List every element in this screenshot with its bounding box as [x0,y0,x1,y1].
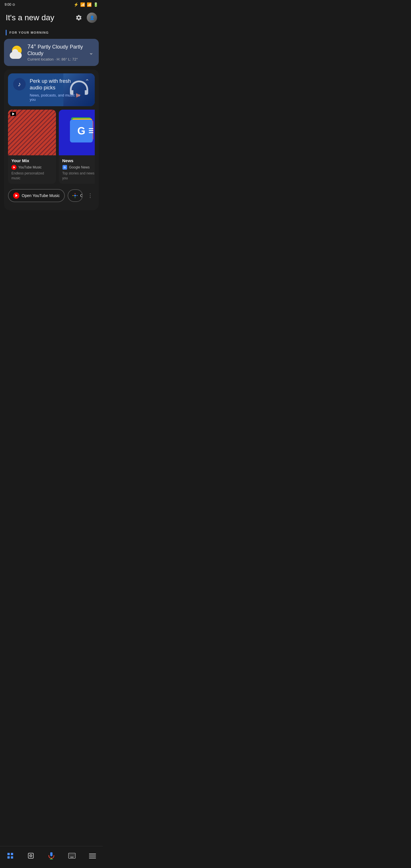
audio-card[interactable]: ♪ Perk up with fresh audio picks News, p… [8,73,95,106]
gnews-g-letter: G [77,125,85,137]
avatar[interactable]: 👤 [87,12,97,23]
open-google-news-button[interactable]: Open Go [68,189,83,202]
more-icon: ⋮ [88,192,93,199]
your-mix-body: Your Mix YouTube Music Endless personali… [8,155,56,184]
your-mix-title: Your Mix [11,158,53,163]
audio-media-container: ♪ Perk up with fresh audio picks News, p… [4,69,99,210]
news-source-name: Google News [69,165,90,169]
section-bar-accent [6,30,6,35]
signal-icon: 📶 [87,2,92,7]
svg-point-1 [74,195,76,196]
svg-rect-3 [75,197,75,198]
news-body: News G Google News Top stories and news … [59,155,95,184]
open-youtube-music-button[interactable]: Open YouTube Music [8,189,65,202]
audio-subtitle: News, podcasts, and music for you [30,93,81,102]
header-icons: 👤 [74,12,97,23]
yt-badge [10,112,16,116]
youtube-music-button-icon [13,192,20,199]
your-mix-card[interactable]: Your Mix YouTube Music Endless personali… [8,110,56,184]
audio-title: Perk up with fresh audio picks [30,78,81,91]
your-mix-source: YouTube Music [11,165,53,170]
weather-temperature: 74° Partly Cloudy Partly Cloudy [27,43,85,57]
screen-record-icon: ⊙ [12,3,15,6]
wifi-icon: 📶 [80,2,85,7]
google-news-artwork: G [59,110,95,155]
gnews-line-3 [89,132,93,133]
weather-card[interactable]: 74° Partly Cloudy Partly Cloudy Current … [4,39,99,66]
bluetooth-icon: ⚡ [74,2,78,7]
section-label: FOR YOUR MORNING [0,29,103,39]
news-source: G Google News [62,165,95,170]
avatar-inner: 👤 [87,12,97,23]
google-news-source-icon: G [62,165,67,170]
youtube-play-triangle [15,194,18,197]
cloud-icon [10,52,22,59]
audio-icon-circle: ♪ [13,78,26,91]
battery-icon: 🔋 [93,2,98,7]
section-label-text: FOR YOUR MORNING [9,31,49,34]
gnews-line-2 [89,130,93,131]
page-title: It's a new day [6,13,54,22]
youtube-music-icon [11,165,17,170]
gnews-lines [89,128,93,133]
gear-icon [75,14,82,21]
google-podcasts-icon [72,193,78,198]
gnews-g-circle: G [70,120,93,143]
action-buttons: Open YouTube Music Open Go ⋮ [8,188,95,206]
svg-rect-5 [76,195,77,196]
yt-play-icon [12,113,14,115]
weather-info: 74° Partly Cloudy Partly Cloudy Current … [27,43,85,61]
more-options-button[interactable]: ⋮ [86,191,95,200]
your-mix-artwork [8,110,56,155]
media-cards-row: Your Mix YouTube Music Endless personali… [8,110,95,184]
status-left: 9:00 ⊙ [5,3,15,6]
news-description: Top stories and news for you [62,171,95,181]
gnews-line-1 [89,128,93,129]
svg-rect-2 [75,193,75,194]
music-note-icon: ♪ [18,81,21,88]
news-thumbnail: G [59,110,95,155]
open-google-news-label: Open Go [80,193,83,198]
svg-rect-4 [72,195,74,196]
main-content: 74° Partly Cloudy Partly Cloudy Current … [0,39,103,210]
open-youtube-music-label: Open YouTube Music [22,193,60,198]
weather-icon [9,45,24,60]
news-card[interactable]: G News [59,110,95,184]
status-time: 9:00 [5,3,11,6]
settings-button[interactable] [74,13,83,22]
header: It's a new day 👤 [0,8,103,29]
your-mix-description: Endless personalized music [11,171,53,181]
audio-text: Perk up with fresh audio picks News, pod… [30,78,81,102]
chevron-up-icon: ⌃ [85,78,90,85]
google-news-logo: G [70,120,95,145]
news-title: News [62,158,95,163]
status-bar: 9:00 ⊙ ⚡ 📶 📶 🔋 [0,0,103,8]
weather-subtitle: Current location · H: 86° L: 72° [27,57,85,61]
chevron-down-icon: ⌄ [89,49,94,56]
your-mix-source-name: YouTube Music [18,165,42,169]
status-right: ⚡ 📶 📶 🔋 [74,2,98,7]
your-mix-thumbnail [8,110,56,155]
